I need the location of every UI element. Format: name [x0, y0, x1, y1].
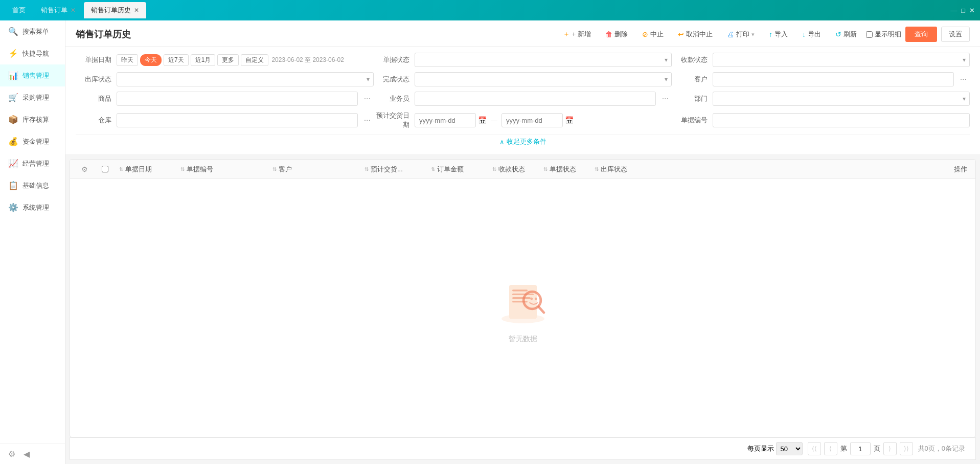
sidebar-item-inventory[interactable]: 📦 库存核算	[0, 108, 65, 130]
sidebar-item-purchase[interactable]: 🛒 采购管理	[0, 86, 65, 108]
table-settings-icon[interactable]: ⚙	[81, 165, 88, 173]
date-btn-custom[interactable]: 自定义	[241, 54, 268, 66]
warehouse-control: ···	[117, 113, 374, 127]
tab-sales-history[interactable]: 销售订单历史 ✕	[84, 2, 146, 18]
print-dropdown-icon[interactable]: ▾	[751, 31, 755, 38]
print-button[interactable]: 🖨 打印 ▾	[722, 27, 760, 41]
sort-date-icon[interactable]: ⇅	[119, 166, 123, 172]
sidebar-item-basic[interactable]: 📋 基础信息	[0, 174, 65, 196]
sidebar-bottom: ⚙ ◀	[0, 444, 65, 464]
col-actions: 操作	[642, 165, 971, 174]
sort-amount-icon[interactable]: ⇅	[431, 166, 435, 172]
purchase-icon: 🛒	[8, 93, 18, 102]
window-minimize-btn[interactable]: —	[950, 7, 957, 14]
date-btn-yesterday[interactable]: 昨天	[117, 54, 138, 66]
dept-label: 部门	[672, 94, 713, 103]
tab-sales-history-close[interactable]: ✕	[134, 7, 139, 14]
cancel-stop-button[interactable]: ↩ 取消中止	[673, 27, 718, 41]
warehouse-more-icon[interactable]: ···	[361, 116, 374, 125]
delivery-date-end-icon[interactable]: 📅	[565, 116, 574, 124]
collapse-bar[interactable]: ∧ 收起更多条件	[76, 135, 970, 148]
page-first-btn[interactable]: ⟨⟨	[808, 442, 821, 455]
customer-label: 客户	[672, 75, 713, 84]
warehouse-input[interactable]	[117, 113, 358, 127]
check-all-checkbox[interactable]	[102, 166, 108, 172]
sales-icon: 📊	[8, 71, 18, 80]
tab-sales-order-close[interactable]: ✕	[71, 7, 76, 14]
svg-rect-3	[512, 294, 534, 295]
new-button[interactable]: ＋ + 新增	[558, 27, 596, 41]
delete-button[interactable]: 🗑 删除	[600, 27, 633, 41]
page-size-select[interactable]: 10 20 50 100	[776, 442, 803, 455]
sidebar-item-system-label: 系统管理	[22, 203, 49, 212]
display-detail-check[interactable]: 显示明细	[866, 30, 901, 39]
window-maximize-btn[interactable]: □	[961, 7, 965, 14]
sort-out-icon[interactable]: ⇅	[595, 166, 599, 172]
out-status-select-wrapper	[117, 72, 374, 86]
sidebar-item-basic-label: 基础信息	[22, 181, 49, 190]
page-unit: 页	[874, 444, 880, 453]
tab-home[interactable]: 首页	[5, 2, 33, 18]
out-status-select[interactable]	[117, 72, 374, 86]
query-label: 查询	[915, 30, 928, 38]
delivery-date-end[interactable]	[502, 113, 563, 127]
out-status-control	[117, 72, 374, 86]
customer-input[interactable]	[713, 72, 954, 86]
goods-input[interactable]	[117, 92, 358, 106]
delivery-date-start-icon[interactable]: 📅	[478, 116, 487, 124]
window-close-btn[interactable]: ✕	[969, 7, 975, 14]
customer-more-icon[interactable]: ···	[957, 75, 970, 84]
page-prev-btn[interactable]: ⟨	[824, 442, 837, 455]
sidebar-item-operations[interactable]: 📈 经营管理	[0, 152, 65, 174]
display-detail-checkbox[interactable]	[866, 31, 873, 38]
sidebar-item-search[interactable]: 🔍 搜索菜单	[0, 20, 65, 42]
sort-pay-icon[interactable]: ⇅	[492, 166, 496, 172]
sort-delivery-icon[interactable]: ⇅	[364, 166, 369, 172]
bill-status-select[interactable]	[415, 53, 672, 67]
date-btn-more[interactable]: 更多	[217, 54, 239, 66]
sidebar-item-system[interactable]: ⚙️ 系统管理	[0, 196, 65, 218]
new-label: + 新增	[572, 30, 591, 39]
salesman-input[interactable]	[415, 92, 656, 106]
col-delivery: ⇅ 预计交货...	[360, 165, 427, 174]
import-button[interactable]: ↑ 导入	[764, 27, 793, 41]
sidebar-item-finance[interactable]: 💰 资金管理	[0, 130, 65, 152]
sort-bill-icon[interactable]: ⇅	[543, 166, 548, 172]
date-btn-1month[interactable]: 近1月	[191, 54, 216, 66]
export-button[interactable]: ↓ 导出	[797, 27, 826, 41]
date-range-text: 2023-06-02 至 2023-06-02	[271, 56, 344, 64]
settings-button[interactable]: 设置	[941, 27, 970, 42]
sort-customer-icon[interactable]: ⇅	[272, 166, 277, 172]
salesman-more-icon[interactable]: ···	[659, 94, 672, 103]
page-nav: ⟨⟨ ⟨ 第 页 ⟩ ⟩⟩	[808, 442, 913, 455]
basic-icon: 📋	[8, 181, 18, 190]
page-next-btn[interactable]: ⟩	[883, 442, 897, 455]
pay-status-select[interactable]	[713, 53, 970, 67]
salesman-control: ···	[415, 92, 672, 106]
table-header: ⚙ ⇅ 单据日期 ⇅ 单据编号 ⇅ 客户 ⇅	[70, 160, 975, 179]
page-last-btn[interactable]: ⟩⟩	[900, 442, 913, 455]
sidebar-collapse-icon[interactable]: ◀	[24, 449, 30, 459]
date-btn-today[interactable]: 今天	[140, 54, 162, 66]
goods-more-icon[interactable]: ···	[361, 94, 374, 103]
dept-select[interactable]	[713, 92, 970, 106]
refresh-button[interactable]: ↺ 刷新	[830, 27, 862, 41]
complete-status-select[interactable]	[415, 72, 672, 86]
query-button[interactable]: 查询	[905, 27, 937, 42]
col-customer: ⇅ 客户	[268, 165, 360, 174]
date-btn-7days[interactable]: 近7天	[164, 54, 189, 66]
finance-icon: 💰	[8, 137, 18, 146]
page-input[interactable]	[850, 442, 871, 455]
tab-sales-order[interactable]: 销售订单 ✕	[34, 2, 83, 18]
stop-button[interactable]: ⊘ 中止	[637, 27, 669, 41]
bill-no-label: 单据编号	[672, 116, 713, 125]
sidebar-item-sales[interactable]: 📊 销售管理	[0, 64, 65, 86]
delivery-date-separator: —	[491, 117, 497, 124]
bill-no-input[interactable]	[713, 113, 970, 127]
sidebar-item-operations-label: 经营管理	[22, 159, 49, 168]
sort-number-icon[interactable]: ⇅	[180, 166, 185, 172]
sidebar-item-nav[interactable]: ⚡ 快捷导航	[0, 42, 65, 64]
sidebar-settings-icon[interactable]: ⚙	[8, 449, 15, 459]
delivery-date-start[interactable]	[415, 113, 476, 127]
page-total: 共0页，0条记录	[918, 444, 965, 453]
